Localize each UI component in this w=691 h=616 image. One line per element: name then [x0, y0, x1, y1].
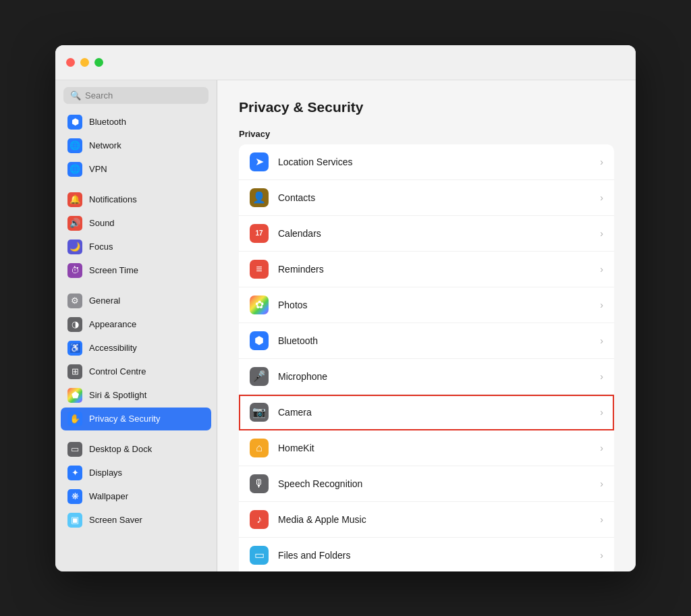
row-label-bluetooth: Bluetooth [278, 335, 590, 346]
files-chevron-icon: › [600, 550, 603, 561]
sidebar-item-controlcentre[interactable]: ⊞Control Centre [61, 360, 211, 383]
speechrec-icon: 🎙 [250, 474, 269, 493]
sidebar-item-label-notifications: Notifications [89, 194, 137, 204]
search-icon: 🔍 [70, 90, 81, 101]
row-label-location: Location Services [278, 157, 590, 167]
sidebar-item-label-appearance: Appearance [89, 319, 136, 329]
files-icon: ▭ [250, 546, 269, 565]
contacts-icon: 👤 [250, 188, 269, 207]
sidebar-item-siri[interactable]: ⬟Siri & Spotlight [61, 384, 211, 407]
search-input-wrap[interactable]: 🔍 [63, 87, 209, 104]
maximize-button[interactable] [94, 58, 103, 67]
appearance-icon: ◑ [67, 317, 82, 332]
sidebar-item-displays[interactable]: ✦Displays [61, 461, 211, 484]
microphone-chevron-icon: › [600, 371, 603, 382]
settings-row-homekit[interactable]: ⌂HomeKit› [239, 430, 614, 466]
sidebar-item-label-sound: Sound [89, 218, 115, 228]
sidebar-item-notifications[interactable]: 🔔Notifications [61, 188, 211, 211]
controlcentre-icon: ⊞ [67, 364, 82, 379]
sidebar-item-sound[interactable]: 🔊Sound [61, 212, 211, 235]
sidebar-scroll: ⬢Bluetooth🌐Network🌐VPN🔔Notifications🔊Sou… [55, 111, 217, 571]
row-label-photos: Photos [278, 300, 590, 310]
microphone-icon: 🎤 [250, 367, 269, 386]
row-label-media: Media & Apple Music [278, 514, 590, 525]
settings-row-camera[interactable]: 📷Camera› [239, 395, 614, 430]
sound-icon: 🔊 [67, 216, 82, 231]
sidebar-item-general[interactable]: ⚙General [61, 289, 211, 312]
sidebar-item-network[interactable]: 🌐Network [61, 134, 211, 157]
row-label-calendars: Calendars [278, 228, 590, 239]
photos-icon: ✿ [250, 296, 269, 314]
speechrec-chevron-icon: › [600, 478, 603, 489]
settings-row-speechrec[interactable]: 🎙Speech Recognition› [239, 466, 614, 502]
sidebar-item-screentime[interactable]: ⏱Screen Time [61, 259, 211, 282]
sidebar-item-accessibility[interactable]: ♿Accessibility [61, 337, 211, 360]
sidebar-item-desktop[interactable]: ▭Desktop & Dock [61, 438, 211, 461]
sidebar-item-label-network: Network [89, 140, 121, 150]
settings-row-photos[interactable]: ✿Photos› [239, 287, 614, 323]
window-content: 🔍 ⬢Bluetooth🌐Network🌐VPN🔔Notifications🔊S… [55, 80, 636, 571]
displays-icon: ✦ [67, 466, 82, 480]
sidebar-item-label-wallpaper: Wallpaper [89, 491, 128, 501]
sidebar-item-label-siri: Siri & Spotlight [89, 390, 146, 400]
settings-row-contacts[interactable]: 👤Contacts› [239, 180, 614, 216]
sidebar-item-label-vpn: VPN [89, 164, 107, 174]
general-icon: ⚙ [67, 293, 82, 308]
sidebar-item-label-screentime: Screen Time [89, 265, 138, 275]
search-input[interactable] [85, 90, 202, 101]
settings-row-bluetooth[interactable]: ⬢Bluetooth› [239, 323, 614, 359]
sidebar-separator [61, 283, 211, 289]
sidebar-item-label-privacy: Privacy & Security [89, 414, 160, 424]
search-bar: 🔍 [55, 80, 217, 111]
sidebar-item-label-bluetooth: Bluetooth [89, 117, 126, 127]
homekit-chevron-icon: › [600, 443, 603, 453]
accessibility-icon: ♿ [67, 341, 82, 356]
row-label-files: Files and Folders [278, 550, 590, 561]
siri-icon: ⬟ [67, 388, 82, 403]
camera-icon: 📷 [250, 403, 269, 422]
settings-row-reminders[interactable]: ≡Reminders› [239, 252, 614, 287]
location-icon: ➤ [250, 152, 269, 171]
sidebar-item-screensaver[interactable]: ▣Screen Saver [61, 509, 211, 532]
screensaver-icon: ▣ [67, 513, 82, 528]
settings-row-media[interactable]: ♪Media & Apple Music› [239, 502, 614, 538]
sidebar-item-focus[interactable]: 🌙Focus [61, 235, 211, 258]
sidebar-item-label-screensaver: Screen Saver [89, 515, 142, 525]
page-title: Privacy & Security [239, 99, 614, 115]
settings-window: 🔍 ⬢Bluetooth🌐Network🌐VPN🔔Notifications🔊S… [55, 45, 636, 571]
sidebar-item-appearance[interactable]: ◑Appearance [61, 313, 211, 336]
sidebar-item-wallpaper[interactable]: ❋Wallpaper [61, 485, 211, 508]
notifications-icon: 🔔 [67, 192, 82, 207]
sidebar-item-bluetooth[interactable]: ⬢Bluetooth [61, 111, 211, 134]
minimize-button[interactable] [80, 58, 89, 67]
desktop-icon: ▭ [67, 442, 82, 457]
sidebar-item-label-focus: Focus [89, 242, 113, 252]
sidebar-item-label-general: General [89, 296, 120, 306]
row-label-camera: Camera [278, 407, 590, 418]
row-label-contacts: Contacts [278, 192, 590, 203]
sidebar-item-privacy[interactable]: ✋Privacy & Security [61, 408, 211, 430]
bluetooth-icon: ⬢ [67, 115, 82, 130]
settings-row-location[interactable]: ➤Location Services› [239, 144, 614, 180]
privacy-icon: ✋ [67, 412, 82, 426]
section-title: Privacy [239, 129, 614, 139]
main-content: Privacy & Security Privacy ➤Location Ser… [217, 80, 636, 571]
reminders-chevron-icon: › [600, 264, 603, 275]
calendars-icon: 17 [250, 224, 269, 243]
photos-chevron-icon: › [600, 300, 603, 310]
settings-row-calendars[interactable]: 17Calendars› [239, 216, 614, 252]
row-label-speechrec: Speech Recognition [278, 478, 590, 489]
sidebar-item-label-controlcentre: Control Centre [89, 366, 146, 376]
media-icon: ♪ [250, 510, 269, 529]
sidebar-item-vpn[interactable]: 🌐VPN [61, 158, 211, 181]
sidebar-separator [61, 181, 211, 188]
homekit-icon: ⌂ [250, 439, 269, 457]
vpn-icon: 🌐 [67, 162, 82, 177]
sidebar: 🔍 ⬢Bluetooth🌐Network🌐VPN🔔Notifications🔊S… [55, 80, 217, 571]
media-chevron-icon: › [600, 514, 603, 525]
settings-row-files[interactable]: ▭Files and Folders› [239, 538, 614, 571]
network-icon: 🌐 [67, 138, 82, 153]
row-label-reminders: Reminders [278, 264, 590, 275]
close-button[interactable] [66, 58, 75, 67]
settings-row-microphone[interactable]: 🎤Microphone› [239, 359, 614, 395]
